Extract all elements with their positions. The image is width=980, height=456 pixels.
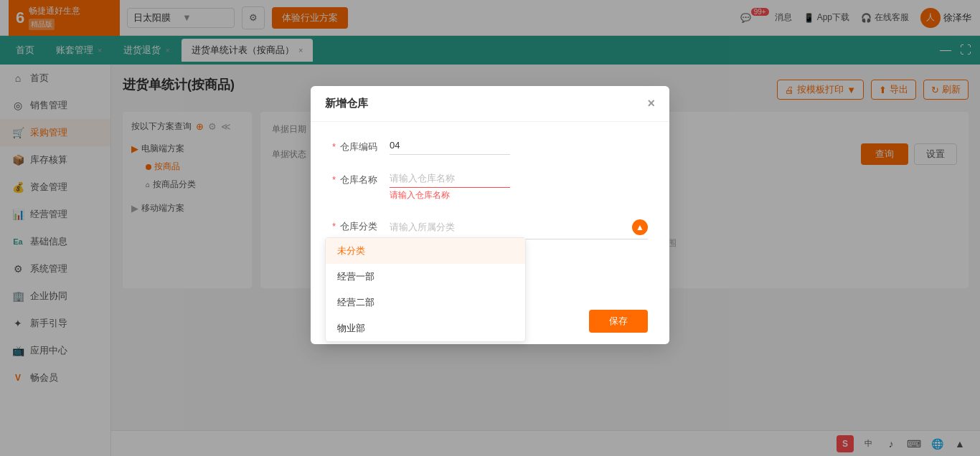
name-label: * 仓库名称 — [332, 169, 390, 186]
category-required-star: * — [332, 221, 336, 232]
category-row: * 仓库分类 请输入所属分类 ▲ 未分类 经营一部 经营二部 物业部 — [332, 216, 648, 239]
modal-close-button[interactable]: × — [647, 96, 655, 111]
dropdown-option-dept3[interactable]: 物业部 — [326, 315, 525, 341]
dropdown-option-dept1[interactable]: 经营一部 — [326, 264, 525, 290]
code-label: * 仓库编码 — [332, 136, 390, 153]
name-input[interactable] — [390, 169, 510, 188]
dropdown-option-uncategorized[interactable]: 未分类 — [326, 238, 525, 264]
name-input-wrap: 请输入仓库名称 — [390, 169, 648, 201]
add-warehouse-modal: 新增仓库 × * 仓库编码 * 仓库名称 请输入仓库名称 — [311, 86, 669, 344]
category-placeholder: 请输入所属分类 — [390, 221, 632, 234]
name-error-message: 请输入仓库名称 — [390, 189, 648, 201]
category-label: * 仓库分类 — [332, 216, 390, 233]
modal-header: 新增仓库 × — [311, 86, 669, 122]
required-star: * — [332, 141, 336, 152]
dropdown-arrow-icon: ▲ — [632, 219, 648, 235]
code-input-wrap — [390, 136, 648, 155]
category-dropdown-trigger[interactable]: 请输入所属分类 ▲ — [390, 216, 648, 239]
save-button[interactable]: 保存 — [589, 310, 648, 333]
code-row: * 仓库编码 — [332, 136, 648, 155]
modal-body: * 仓库编码 * 仓库名称 请输入仓库名称 * 仓库分类 — [311, 122, 669, 301]
category-input-wrap: 请输入所属分类 ▲ 未分类 经营一部 经营二部 物业部 — [390, 216, 648, 239]
dropdown-option-dept2[interactable]: 经营二部 — [326, 290, 525, 315]
code-input[interactable] — [390, 136, 510, 155]
modal-title: 新增仓库 — [325, 97, 368, 110]
category-dropdown-list: 未分类 经营一部 经营二部 物业部 — [325, 237, 526, 342]
name-required-star: * — [332, 174, 336, 185]
name-row: * 仓库名称 请输入仓库名称 — [332, 169, 648, 201]
